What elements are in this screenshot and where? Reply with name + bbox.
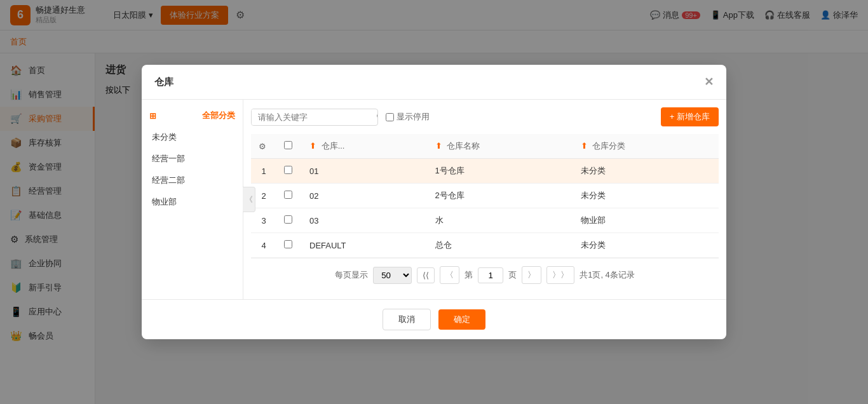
row-num: 3 [251, 208, 276, 233]
table-head: ⚙ ⬆ 仓库... ⬆ [251, 134, 719, 159]
row-category: 未分类 [573, 159, 719, 184]
category-item-unclassified[interactable]: 未分类 [142, 126, 243, 148]
page-next-btn[interactable]: 〉 [522, 266, 541, 284]
row-check[interactable] [276, 159, 302, 184]
modal-close-icon[interactable]: ✕ [704, 75, 714, 89]
search-box: 🔍 [251, 109, 378, 126]
table-body: 1 01 1号仓库 未分类 2 02 2号仓库 未分类 3 03 水 物业部 4… [251, 159, 719, 258]
settings-icon: ⚙ [259, 142, 266, 151]
page-first-btn[interactable]: ⟨⟨ [417, 267, 435, 283]
search-button[interactable]: 🔍 [371, 109, 378, 125]
category-panel: ⊞ 全部分类 《 未分类 经营一部 经营二部 物业部 [142, 100, 243, 299]
row-category: 未分类 [573, 233, 719, 258]
category-label-dept1: 经营一部 [152, 154, 185, 163]
table-row[interactable]: 3 03 水 物业部 [251, 208, 719, 233]
table-header-row: ⚙ ⬆ 仓库... ⬆ [251, 134, 719, 159]
category-item-property[interactable]: 物业部 [142, 191, 243, 213]
per-page-label: 每页显示 [335, 269, 368, 281]
show-disabled-text: 显示停用 [397, 111, 430, 123]
row-num: 1 [251, 159, 276, 184]
row-code: 01 [302, 159, 428, 184]
col-category-header: ⬆ 仓库分类 [573, 134, 719, 159]
category-all-label: 全部分类 [202, 110, 235, 121]
page-prev-btn[interactable]: 〈 [440, 266, 459, 284]
row-checkbox[interactable] [284, 166, 292, 174]
warehouse-table: ⚙ ⬆ 仓库... ⬆ [251, 134, 719, 258]
pagination: 每页显示 50 20 100 ⟨⟨ 〈 第 页 〉 〉〉 共1页, 4条记录 [251, 258, 719, 292]
table-panel: 🔍 显示停用 + 新增仓库 ⚙ [243, 100, 726, 299]
page-unit: 页 [508, 269, 517, 281]
col-name-header: ⬆ 仓库名称 [428, 134, 573, 159]
row-checkbox[interactable] [284, 215, 292, 224]
search-icon: 🔍 [376, 112, 378, 122]
page-input[interactable] [478, 267, 503, 283]
row-name: 水 [428, 208, 573, 233]
table-row[interactable]: 4 DEFAULT 总仓 未分类 [251, 233, 719, 258]
chevron-left-icon: 《 [245, 194, 253, 205]
modal-body: ⊞ 全部分类 《 未分类 经营一部 经营二部 物业部 [142, 100, 726, 299]
col-check-header[interactable] [276, 134, 302, 159]
row-check[interactable] [276, 184, 302, 208]
total-info: 共1页, 4条记录 [580, 269, 635, 281]
table-container: ⚙ ⬆ 仓库... ⬆ [251, 134, 719, 258]
modal-title: 仓库 [154, 76, 173, 88]
select-all-checkbox[interactable] [284, 141, 292, 149]
category-all-header[interactable]: ⊞ 全部分类 [142, 105, 243, 126]
category-item-dept2[interactable]: 经营二部 [142, 170, 243, 191]
search-input[interactable] [252, 109, 371, 125]
category-collapse-btn[interactable]: 《 [243, 187, 255, 212]
category-label-unclassified: 未分类 [152, 132, 177, 142]
row-name: 总仓 [428, 233, 573, 258]
row-name: 1号仓库 [428, 159, 573, 184]
row-code: DEFAULT [302, 233, 428, 258]
row-check[interactable] [276, 208, 302, 233]
page-label: 第 [465, 269, 473, 281]
row-code: 02 [302, 184, 428, 208]
sort-icon-name: ⬆ [435, 141, 442, 151]
row-code: 03 [302, 208, 428, 233]
table-row[interactable]: 1 01 1号仓库 未分类 [251, 159, 719, 184]
row-category: 物业部 [573, 208, 719, 233]
row-name: 2号仓库 [428, 184, 573, 208]
category-item-dept1[interactable]: 经营一部 [142, 148, 243, 170]
modal-overlay: 仓库 ✕ ⊞ 全部分类 《 未分类 经营一部 [0, 0, 868, 404]
modal-footer: 取消 确定 [142, 299, 726, 339]
row-checkbox[interactable] [284, 240, 292, 248]
category-label-dept2: 经营二部 [152, 175, 185, 185]
table-row[interactable]: 2 02 2号仓库 未分类 [251, 184, 719, 208]
cancel-button[interactable]: 取消 [383, 309, 431, 330]
col-code-header: ⬆ 仓库... [302, 134, 428, 159]
modal-header: 仓库 ✕ [142, 65, 726, 100]
row-check[interactable] [276, 233, 302, 258]
category-label-property: 物业部 [152, 197, 177, 206]
sort-icon-code: ⬆ [309, 141, 316, 151]
col-settings-header[interactable]: ⚙ [251, 134, 276, 159]
row-checkbox[interactable] [284, 191, 292, 199]
row-num: 4 [251, 233, 276, 258]
show-disabled-label: 显示停用 [386, 111, 430, 123]
table-toolbar: 🔍 显示停用 + 新增仓库 [251, 107, 719, 126]
show-disabled-checkbox[interactable] [386, 113, 394, 121]
per-page-select[interactable]: 50 20 100 [373, 267, 412, 284]
page-last-btn[interactable]: 〉〉 [546, 266, 574, 284]
confirm-button[interactable]: 确定 [438, 309, 485, 330]
grid-icon: ⊞ [149, 111, 156, 121]
sort-icon-category: ⬆ [581, 141, 588, 151]
add-warehouse-button[interactable]: + 新增仓库 [661, 107, 719, 126]
row-category: 未分类 [573, 184, 719, 208]
warehouse-modal: 仓库 ✕ ⊞ 全部分类 《 未分类 经营一部 [142, 65, 726, 339]
